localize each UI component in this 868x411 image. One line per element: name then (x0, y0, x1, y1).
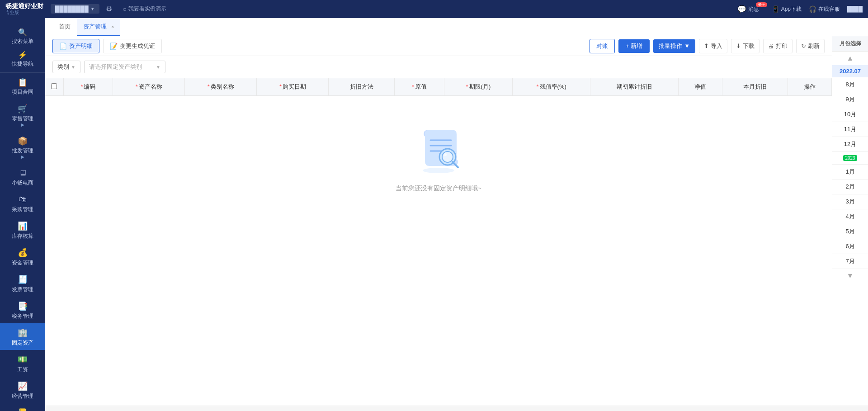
empty-state-text: 当前您还没有固定资产明细哦~ (396, 184, 481, 193)
sub-tab-change-voucher-label: 变更生成凭证 (120, 42, 155, 50)
month-item-1[interactable]: 1月 (832, 165, 868, 180)
month-picker-header: 月份选择 (832, 36, 868, 52)
category-label: 类别 (57, 63, 69, 71)
headset-icon: 🎧 (809, 5, 816, 13)
ledger-icon: 📒 (18, 408, 28, 411)
empty-state-row: 当前您还没有固定资产明细哦~ (45, 96, 832, 220)
select-all-checkbox[interactable] (51, 83, 57, 89)
month-item-2[interactable]: 2月 (832, 180, 868, 194)
download-button[interactable]: ⬇ 下载 (731, 39, 760, 53)
month-item-12[interactable]: 12月 (832, 137, 868, 152)
sidebar-label-inventory: 库存核算 (12, 233, 33, 240)
col-net-value: 净值 (679, 78, 722, 96)
month-picker-year-2022[interactable]: 2022.07 (832, 65, 868, 77)
month-nav-down[interactable]: ▼ (832, 269, 868, 283)
user-name: ████ (847, 6, 863, 12)
sub-tab-asset-detail[interactable]: 📄 资产明细 (52, 39, 99, 53)
asset-table: *编码 *资产名称 *类别名称 *购买日期 折旧方法 *原值 *期限(月) *残… (45, 78, 832, 220)
sidebar-item-quick-nav[interactable]: ⚡ 快捷导航 (12, 48, 33, 71)
month-item-9[interactable]: 9月 (832, 92, 868, 107)
company-selector[interactable]: ████████ ▼ (51, 4, 99, 14)
sidebar-label-wholesale: 批发管理 (12, 147, 33, 155)
month-item-year-2023[interactable]: 2023 (832, 152, 868, 165)
month-item-3[interactable]: 3月 (832, 194, 868, 209)
nav-icon: ⚡ (18, 51, 27, 59)
category-input[interactable]: 请选择固定资产类别 ▼ (84, 61, 165, 73)
operations-icon: 📈 (18, 381, 28, 392)
sidebar-item-search-menu[interactable]: 🔍 搜索菜单 (12, 25, 33, 48)
print-button[interactable]: 🖨 打印 (763, 39, 793, 53)
sidebar-item-inventory[interactable]: 📊 库存核算 (0, 217, 45, 243)
tab-asset-mgmt[interactable]: 资产管理 × (77, 18, 120, 36)
retail-arrow: ▶ (21, 123, 24, 128)
sidebar-item-project-contract[interactable]: 📋 项目合同 (0, 73, 45, 99)
month-item-10[interactable]: 10月 (832, 107, 868, 122)
app-download-button[interactable]: 📱 App下载 (772, 5, 802, 13)
sidebar-item-operations-mgmt[interactable]: 📈 经营管理 (0, 377, 45, 403)
app-subtitle: 专业版 (5, 9, 43, 16)
sidebar-item-payroll[interactable]: 💵 工资 (0, 350, 45, 377)
month-nav-up[interactable]: ▲ (832, 52, 868, 65)
month-nav-up-button[interactable]: ▲ (843, 53, 858, 63)
search-icon: 🔍 (18, 28, 27, 37)
sidebar-item-retail-mgmt[interactable]: 🛒 零售管理 ▶ (0, 99, 45, 132)
category-filter-select[interactable]: 类别 ▼ (52, 61, 80, 73)
sidebar-item-ecommerce[interactable]: 🖥 小畅电商 (0, 163, 45, 190)
ecommerce-icon: 🖥 (19, 168, 27, 178)
online-service-button[interactable]: 🎧 在线客服 (809, 5, 840, 13)
app-title: 畅捷通好业财 (5, 2, 43, 10)
col-monthly-depreciation: 本月折旧 (722, 78, 788, 96)
refresh-label: 刷新 (808, 42, 820, 50)
sidebar-label-payroll: 工资 (17, 366, 28, 373)
batch-ops-label: 批量操作 (659, 42, 682, 50)
batch-arrow-icon: ▼ (684, 43, 690, 49)
import-icon: ⬆ (704, 43, 709, 49)
purchase-icon: 🛍 (19, 194, 27, 205)
message-button[interactable]: 💬 消息 99+ (737, 5, 759, 14)
month-item-4[interactable]: 4月 (832, 209, 868, 224)
tab-asset-label: 资产管理 (83, 23, 107, 31)
tab-home[interactable]: 首页 (52, 18, 77, 36)
reconcile-button[interactable]: 对账 (590, 39, 615, 53)
sidebar-group: 📋 项目合同 🛒 零售管理 ▶ 📦 批发管理 ▶ 🖥 小畅电商 🛍 采购管理 (0, 73, 45, 411)
sidebar-item-invoice-mgmt[interactable]: 🧾 发票管理 (0, 270, 45, 297)
sidebar-label-project-contract: 项目合同 (12, 89, 33, 96)
sidebar: 🔍 搜索菜单 ⚡ 快捷导航 📋 项目合同 🛒 零售管理 ▶ 📦 批发管理 ▶ (0, 18, 45, 411)
filter-bar: 类别 ▼ 请选择固定资产类别 ▼ (45, 56, 832, 78)
refresh-button[interactable]: ↻ 刷新 (796, 39, 825, 53)
empty-state-cell: 当前您还没有固定资产明细哦~ (45, 96, 832, 220)
demo-link[interactable]: ○ 我要看实例演示 (123, 5, 166, 13)
sidebar-item-fixed-assets[interactable]: 🏢 固定资产 (0, 323, 45, 350)
project-icon: 📋 (18, 77, 28, 88)
import-button[interactable]: ⬆ 导入 (699, 39, 727, 53)
tab-close-icon[interactable]: × (111, 24, 114, 29)
col-purchase-date: *购买日期 (257, 78, 329, 96)
col-code: *编码 (63, 78, 113, 96)
batch-ops-button[interactable]: 批量操作 ▼ (653, 39, 695, 53)
col-residual-rate: *残值率(%) (512, 78, 590, 96)
sub-tab-change-voucher[interactable]: 📝 变更生成凭证 (103, 39, 162, 53)
month-nav-down-button[interactable]: ▼ (843, 271, 858, 281)
sidebar-item-fund-mgmt[interactable]: 💰 资金管理 (0, 243, 45, 270)
bottom-scrollbar[interactable] (45, 406, 868, 411)
month-item-5[interactable]: 5月 (832, 224, 868, 239)
invoice-icon: 🧾 (18, 274, 28, 285)
sidebar-label-operations: 经营管理 (12, 393, 33, 400)
col-category-name: *类别名称 (185, 78, 257, 96)
demo-label: 我要看实例演示 (128, 5, 166, 13)
month-item-6[interactable]: 6月 (832, 239, 868, 254)
month-item-11[interactable]: 11月 (832, 122, 868, 137)
settings-icon[interactable]: ⚙ (106, 5, 112, 13)
category-placeholder: 请选择固定资产类别 (89, 63, 142, 71)
sidebar-label-retail: 零售管理 (12, 115, 33, 123)
sidebar-item-purchase-mgmt[interactable]: 🛍 采购管理 (0, 190, 45, 217)
wholesale-arrow: ▶ (21, 155, 24, 160)
month-item-7[interactable]: 7月 (832, 254, 868, 269)
sidebar-item-wholesale-mgmt[interactable]: 📦 批发管理 ▶ (0, 132, 45, 164)
sidebar-item-tax-mgmt[interactable]: 📑 税务管理 (0, 297, 45, 323)
month-item-8[interactable]: 8月 (832, 77, 868, 92)
sidebar-item-general-ledger[interactable]: 📒 总账管理 (0, 403, 45, 411)
company-chevron-icon: ▼ (90, 6, 95, 11)
svg-point-7 (444, 153, 447, 156)
add-new-button[interactable]: + 新增 (618, 39, 650, 53)
